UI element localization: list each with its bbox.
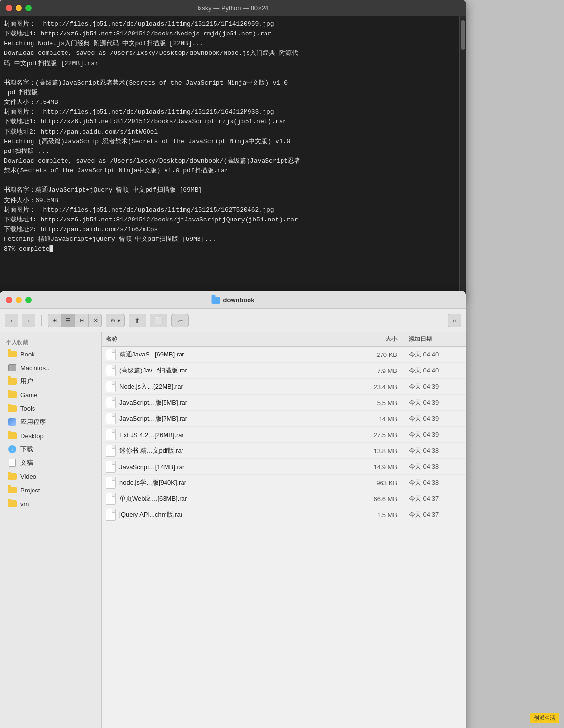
sidebar-item-Tools[interactable]: Tools: [2, 402, 100, 415]
sidebar-item-Macintos...[interactable]: Macintos...: [2, 361, 100, 374]
sidebar-item-Book[interactable]: Book: [2, 347, 100, 361]
finder-folder-icon: [212, 297, 220, 304]
file-icon: [106, 365, 116, 376]
sidebar-item-vm[interactable]: vm: [2, 497, 100, 510]
sidebar-item-Desktop[interactable]: Desktop: [2, 429, 100, 442]
finder-maximize-button[interactable]: [25, 297, 32, 303]
toolbar-separator-1: [41, 315, 42, 326]
table-row[interactable]: JavaScript…版[5MB].rar 5.5 MB 今天 04:39: [102, 395, 466, 411]
file-name: JavaScript…[14MB].rar: [119, 463, 184, 471]
sidebar-item-label: Desktop: [20, 432, 44, 440]
file-size: 66.6 MB: [354, 494, 403, 504]
back-button[interactable]: ‹: [5, 314, 18, 327]
sidebar-item-文稿[interactable]: 文稿: [2, 456, 100, 470]
terminal-scrollbar-thumb: [461, 20, 465, 50]
table-row[interactable]: (高级篇)Jav...f扫描版.rar 7.9 MB 今天 04:40: [102, 363, 466, 379]
file-date: 今天 04:40: [403, 349, 466, 360]
file-icon: [106, 509, 116, 521]
col-size-header: 大小: [354, 334, 403, 344]
file-name-cell: JavaScript…版[5MB].rar: [102, 396, 354, 409]
cover-flow-button[interactable]: ⊠: [88, 314, 102, 327]
terminal-window: lxsky — Python — 80×24 封面图片： http://file…: [0, 0, 466, 297]
more-button[interactable]: »: [448, 314, 461, 327]
file-date: 今天 04:38: [403, 461, 466, 472]
app-icon: [8, 418, 17, 426]
download-icon: ↓: [8, 445, 17, 454]
table-row[interactable]: Node.js入…[22MB].rar 23.4 MB 今天 04:39: [102, 379, 466, 395]
terminal-title: lxsky — Python — 80×24: [198, 4, 268, 12]
sidebar-item-label: Macintos...: [20, 364, 51, 372]
tag-button[interactable]: ▱: [171, 314, 189, 327]
doc-icon: [8, 458, 17, 467]
folder-icon: [8, 404, 17, 413]
arrange-icon: ⚙: [110, 317, 116, 324]
watermark: 创派生活: [530, 713, 559, 723]
table-row[interactable]: JavaScript…[14MB].rar 14.9 MB 今天 04:38: [102, 459, 466, 475]
sidebar-item-label: Video: [20, 473, 36, 480]
file-name-cell: node.js学…版[940K].rar: [102, 476, 354, 490]
file-name: 单页Web应…[63MB].rar: [119, 494, 187, 503]
terminal-scrollbar[interactable]: [459, 16, 466, 297]
file-icon: [106, 461, 116, 473]
file-icon: [106, 381, 116, 392]
file-size: 270 KB: [354, 350, 403, 359]
file-size: 13.8 MB: [354, 446, 403, 456]
col-date-header: 添加日期: [403, 334, 466, 344]
file-name-cell: 单页Web应…[63MB].rar: [102, 492, 354, 506]
share-button[interactable]: ⬆: [129, 314, 146, 327]
minimize-button[interactable]: [16, 5, 22, 11]
arrange-dropdown[interactable]: ⚙ ▾: [106, 314, 125, 327]
file-name: 精通JavaS...[69MB].rar: [119, 350, 184, 359]
file-icon: [106, 493, 116, 505]
new-folder-button[interactable]: ⬜: [150, 314, 167, 327]
sidebar-item-label: vm: [20, 500, 29, 508]
sidebar-item-label: Book: [20, 351, 35, 358]
sidebar-item-Video[interactable]: Video: [2, 470, 100, 483]
hdd-icon: [8, 363, 17, 372]
table-row[interactable]: jQuery API...chm版.rar 1.5 MB 今天 04:37: [102, 507, 466, 523]
finder-close-button[interactable]: [6, 297, 12, 303]
file-size: 23.4 MB: [354, 382, 403, 391]
forward-button[interactable]: ›: [22, 314, 35, 327]
table-row[interactable]: JavaScript…版[7MB].rar 14 MB 今天 04:39: [102, 411, 466, 427]
sidebar-item-用户[interactable]: 用户: [2, 374, 100, 388]
file-icon: [106, 445, 116, 457]
table-row[interactable]: 单页Web应…[63MB].rar 66.6 MB 今天 04:37: [102, 491, 466, 507]
sidebar-item-label: 应用程序: [20, 418, 46, 426]
file-icon: [106, 397, 116, 408]
file-name-cell: JavaScript…[14MB].rar: [102, 460, 354, 474]
sidebar-item-label: Project: [20, 487, 40, 494]
table-row[interactable]: Ext JS 4.2…[26MB].rar 27.5 MB 今天 04:39: [102, 427, 466, 443]
icon-view-button[interactable]: ⊞: [48, 314, 61, 327]
table-row[interactable]: 精通JavaS...[69MB].rar 270 KB 今天 04:40: [102, 347, 466, 363]
terminal-titlebar: lxsky — Python — 80×24: [0, 0, 466, 16]
list-view-button[interactable]: ☰: [61, 314, 75, 327]
sidebar-item-应用程序[interactable]: 应用程序: [2, 415, 100, 429]
file-name: JavaScript…版[5MB].rar: [119, 398, 187, 407]
finder-content: 个人收藏 BookMacintos...用户GameTools应用程序Deskt…: [0, 332, 466, 728]
file-date: 今天 04:40: [403, 365, 466, 376]
maximize-button[interactable]: [25, 5, 32, 11]
table-row[interactable]: 迷你书 精…文pdf版.rar 13.8 MB 今天 04:38: [102, 443, 466, 459]
sidebar-item-下载[interactable]: ↓下载: [2, 442, 100, 456]
sidebar-item-label: 用户: [20, 377, 33, 386]
finder-toolbar: ‹ › ⊞ ☰ ⊟ ⊠ ⚙ ▾ ⬆ ⬜ ▱ »: [0, 309, 466, 332]
table-row[interactable]: node.js学…版[940K].rar 963 KB 今天 04:38: [102, 475, 466, 491]
close-button[interactable]: [6, 5, 12, 11]
sidebar-item-Game[interactable]: Game: [2, 388, 100, 402]
folder-icon: [8, 486, 17, 494]
terminal-body[interactable]: 封面图片： http://files.jb51.net/do/uploads/l…: [0, 16, 466, 297]
traffic-lights: [6, 5, 32, 11]
file-name-cell: jQuery API...chm版.rar: [102, 508, 354, 522]
file-date: 今天 04:39: [403, 381, 466, 392]
sidebar-item-label: Game: [20, 391, 37, 399]
file-name: (高级篇)Jav...f扫描版.rar: [119, 366, 187, 375]
file-name-cell: Ext JS 4.2…[26MB].rar: [102, 428, 354, 441]
file-icon: [106, 413, 116, 424]
sidebar-item-Project[interactable]: Project: [2, 483, 100, 497]
finder-minimize-button[interactable]: [16, 297, 22, 303]
file-icon: [106, 429, 116, 440]
column-view-button[interactable]: ⊟: [75, 314, 88, 327]
sidebar-section-label: 个人收藏: [0, 336, 101, 347]
sidebar-item-label: 下载: [20, 445, 33, 454]
